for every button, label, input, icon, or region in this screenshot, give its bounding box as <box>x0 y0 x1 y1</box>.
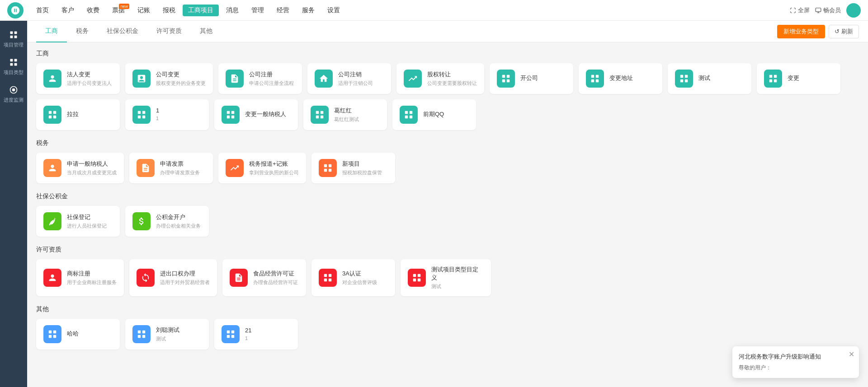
section-title-gongshang: 工商 <box>36 50 859 58</box>
card-shipin-xuke[interactable]: 食品经营许可证 办理食品经营许可证 <box>222 259 306 296</box>
card-jinchukouquan[interactable]: 进出口权办理 适用于对外贸易经营者 <box>129 259 217 296</box>
svg-rect-66 <box>142 335 145 338</box>
svg-rect-64 <box>142 331 145 333</box>
card-ceshi-xiangmu-leixing[interactable]: 测试项目类型目定义 测试 <box>401 259 491 296</box>
tab-shebao[interactable]: 社保公积金 <box>98 21 147 42</box>
new-business-type-button[interactable]: 新增业务类型 <box>777 25 825 38</box>
nav-management[interactable]: 管理 <box>246 5 269 16</box>
nav-tickets[interactable]: 票据 new <box>107 5 130 16</box>
svg-rect-32 <box>142 111 145 114</box>
card-qianqiQQ[interactable]: 前期QQ <box>392 99 476 130</box>
card-icon-shangbiao-zhuce <box>43 269 61 287</box>
svg-rect-62 <box>53 335 56 338</box>
svg-rect-26 <box>774 79 777 82</box>
nav-settings[interactable]: 设置 <box>322 5 345 16</box>
card-ceshi[interactable]: 测试 <box>668 63 751 94</box>
tab-xuke[interactable]: 许可资质 <box>147 21 191 42</box>
cards-grid-gongshang: 法人变更 适用于公司变更法人 公司变更 股权变更外的业务变更 公司注册 <box>36 63 859 130</box>
nav-tax[interactable]: 报税 <box>157 5 181 16</box>
svg-rect-49 <box>324 169 327 172</box>
card-gehonghong[interactable]: 葛红红 葛红红测试 <box>303 99 387 130</box>
card-biangengdizhi[interactable]: 变更地址 <box>579 63 662 94</box>
svg-rect-53 <box>324 279 327 281</box>
nav-industrial[interactable]: 工商项目 <box>183 5 219 16</box>
card-3a-renzheng[interactable]: 3A认证 对企业信誉评级 <box>311 259 395 296</box>
tab-gongshang[interactable]: 工商 <box>36 21 67 42</box>
card-icon-faziren <box>43 70 61 88</box>
card-shenqing-fapiao[interactable]: 申请发票 办理申请发票业务 <box>129 153 213 183</box>
card-gongsibiange[interactable]: 公司变更 股权变更外的业务变更 <box>125 63 213 94</box>
card-kaigongsi[interactable]: 开公司 <box>490 63 573 94</box>
card-biangeng-shuirenjuan[interactable]: 变更一般纳税人 <box>214 99 298 130</box>
card-gongsizuxiao[interactable]: 公司注销 适用于注销公司 <box>307 63 391 94</box>
card-icon-3a-renzheng <box>319 269 337 287</box>
notification-body: 尊敬的用户： <box>739 364 853 372</box>
card-shangbiao-zhuce[interactable]: 商标注册 用于企业商标注册服务 <box>36 259 124 296</box>
card-num1[interactable]: 1 1 <box>125 99 209 130</box>
svg-rect-44 <box>410 111 412 114</box>
card-gongsizhuche[interactable]: 公司注册 申请公司注册全流程 <box>218 63 302 94</box>
card-icon-shipin-xuke <box>230 269 248 287</box>
nav-customer[interactable]: 客户 <box>56 5 80 16</box>
card-faziren[interactable]: 法人变更 适用于公司变更法人 <box>36 63 120 94</box>
card-shuiwu-baodao[interactable]: 税务报道+记账 拿到营业执照的新公司 <box>218 153 306 183</box>
svg-rect-8 <box>14 63 17 66</box>
sidebar: 项目管理 项目类型 进度监测 <box>0 21 27 387</box>
card-icon-21 <box>222 325 240 343</box>
svg-rect-55 <box>413 274 416 277</box>
refresh-button[interactable]: ↺ 刷新 <box>829 25 859 38</box>
svg-rect-70 <box>231 335 234 338</box>
svg-rect-61 <box>49 335 52 338</box>
svg-rect-58 <box>418 279 420 281</box>
card-icon-kaigongsi <box>497 70 515 88</box>
member-button[interactable]: 畅会员 <box>815 6 841 14</box>
card-shebao-dengji[interactable]: 社保登记 进行人员社保登记 <box>36 206 120 237</box>
tab-qita[interactable]: 其他 <box>191 21 222 42</box>
nav-fees[interactable]: 收费 <box>81 5 105 16</box>
nav-operations[interactable]: 经营 <box>271 5 295 16</box>
cards-grid-qita: 哈哈 刘聪测试 测试 21 1 <box>36 319 859 350</box>
svg-rect-14 <box>507 79 509 82</box>
svg-rect-24 <box>774 75 777 78</box>
section-title-shebao: 社保公积金 <box>36 192 859 200</box>
svg-rect-50 <box>329 169 331 172</box>
svg-point-10 <box>12 89 15 92</box>
tab-actions: 新增业务类型 ↺ 刷新 <box>777 25 859 38</box>
tabs: 工商 税务 社保公积金 许可资质 其他 <box>36 21 222 42</box>
nav-right-section: 全屏 畅会员 <box>790 3 861 18</box>
user-avatar[interactable] <box>846 3 861 18</box>
section-title-shuiwu: 税务 <box>36 139 859 147</box>
card-lala[interactable]: 拉拉 <box>36 99 120 130</box>
card-icon-ceshi-xiangmu-leixing <box>408 269 426 287</box>
card-shenqing-shuirenjuan[interactable]: 申请一般纳税人 当月或次月成变更完成 <box>36 153 124 183</box>
sidebar-item-project-management[interactable]: 项目管理 <box>0 25 27 53</box>
nav-messages[interactable]: 消息 <box>221 5 244 16</box>
svg-rect-13 <box>502 79 505 82</box>
card-gongjijin-kaihu[interactable]: 公积金开户 办理公积金相关业务 <box>125 206 209 237</box>
sidebar-label-progress: 进度监测 <box>4 97 24 103</box>
sidebar-item-project-types[interactable]: 项目类型 <box>0 53 27 80</box>
svg-rect-17 <box>591 79 594 82</box>
fullscreen-button[interactable]: 全屏 <box>790 6 810 14</box>
card-liucong-test[interactable]: 刘聪测试 测试 <box>125 319 209 350</box>
card-gupuanzhuanrang[interactable]: 股权转让 公司变更需要股权转让 <box>396 63 484 94</box>
nav-home[interactable]: 首页 <box>31 5 54 16</box>
svg-rect-51 <box>324 274 327 277</box>
svg-rect-48 <box>329 164 331 167</box>
notification-close-button[interactable]: ✕ <box>849 350 854 359</box>
svg-rect-54 <box>329 279 331 281</box>
card-haha[interactable]: 哈哈 <box>36 319 120 350</box>
card-icon-gehonghong <box>311 106 329 124</box>
card-biangeng[interactable]: 变更 <box>757 63 840 94</box>
tab-shuiwu[interactable]: 税务 <box>67 21 98 42</box>
svg-rect-43 <box>405 111 408 114</box>
svg-rect-28 <box>53 111 56 114</box>
card-xin-xiangmu[interactable]: 新项目 报税加税控盘保管 <box>311 153 395 183</box>
sidebar-item-progress[interactable]: 进度监测 <box>0 80 27 108</box>
nav-services[interactable]: 服务 <box>297 5 320 16</box>
svg-rect-4 <box>14 36 17 38</box>
card-21[interactable]: 21 1 <box>214 319 298 350</box>
svg-rect-25 <box>769 79 772 82</box>
nav-bookkeeping[interactable]: 记账 <box>132 5 156 16</box>
cards-grid-xuke: 商标注册 用于企业商标注册服务 进出口权办理 适用于对外贸易经营者 食品经营 <box>36 259 859 296</box>
